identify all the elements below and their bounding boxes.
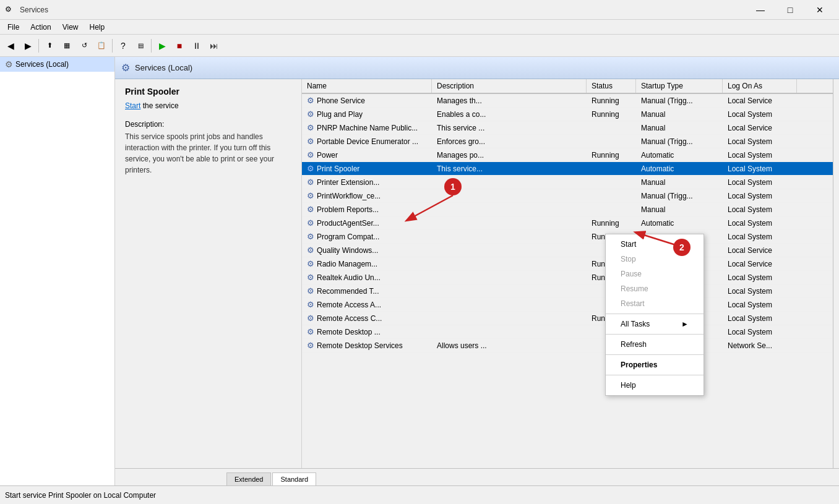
cell-logon: Local System — [723, 284, 797, 297]
close-button[interactable]: ✕ — [806, 0, 834, 20]
cell-name: ⚙Remote Access C... — [302, 312, 432, 325]
tab-standard[interactable]: Standard — [272, 472, 316, 485]
service-icon: ⚙ — [307, 137, 314, 146]
service-icon: ⚙ — [307, 150, 314, 160]
cell-logon: Network Se... — [723, 339, 797, 352]
maximize-button[interactable]: □ — [776, 0, 804, 20]
menu-action[interactable]: Action — [25, 22, 56, 33]
table-row[interactable]: ⚙Remote Desktop ...ManualLocal System — [302, 325, 839, 339]
table-row[interactable]: ⚙Quality Windows...ManualLocal Service — [302, 244, 839, 257]
table-row[interactable]: ⚙PrintWorkflow_ce...Manual (Trigg...Loca… — [302, 189, 839, 203]
cell-startup: Automatic — [636, 216, 723, 229]
table-row[interactable]: ⚙Program Compat...RunningAutomatic (De..… — [302, 230, 839, 244]
cell-logon: Local System — [723, 176, 797, 189]
tab-extended[interactable]: Extended — [226, 472, 271, 485]
menu-help[interactable]: Help — [85, 22, 110, 33]
cell-status — [587, 121, 636, 134]
col-status[interactable]: Status — [587, 79, 636, 93]
context-menu-separator — [606, 334, 703, 335]
cell-name: ⚙Program Compat... — [302, 230, 432, 243]
table-row[interactable]: ⚙ProductAgentSer...RunningAutomaticLocal… — [302, 216, 839, 230]
cell-status: Running — [587, 148, 636, 161]
table-row[interactable]: ⚙Remote Desktop ServicesAllows users ...… — [302, 339, 839, 352]
cell-name: ⚙Portable Device Enumerator ... — [302, 135, 432, 148]
service-info-panel: Print Spooler Start the service Descript… — [115, 79, 302, 468]
content-header-title: Services (Local) — [135, 63, 192, 72]
context-menu-item-properties[interactable]: Properties — [606, 357, 703, 372]
table-row[interactable]: ⚙PowerManages po...RunningAutomaticLocal… — [302, 148, 839, 162]
context-menu-item-resume: Resume — [606, 281, 703, 296]
cell-startup: Manual — [636, 203, 723, 216]
scrollbar[interactable] — [833, 79, 839, 468]
table-row[interactable]: ⚙Remote Access A...ManualLocal System — [302, 298, 839, 312]
toolbar-sep-3 — [151, 39, 152, 53]
restart-service-button[interactable]: ⏭ — [206, 38, 222, 54]
start-service-link[interactable]: Start — [125, 101, 140, 110]
cell-logon: Local System — [723, 135, 797, 148]
menu-file[interactable]: File — [2, 22, 24, 33]
context-menu-item-refresh[interactable]: Refresh — [606, 337, 703, 352]
cell-name: ⚙PrintWorkflow_ce... — [302, 189, 432, 202]
context-menu-separator — [606, 354, 703, 355]
service-icon: ⚙ — [307, 259, 314, 268]
table-row[interactable]: ⚙Realtek Audio Un...RunningAutomaticLoca… — [302, 271, 839, 284]
table-row[interactable]: ⚙Radio Managem...RunningManualLocal Serv… — [302, 257, 839, 271]
cell-desc — [432, 203, 587, 216]
content-main: Print Spooler Start the service Descript… — [115, 79, 839, 468]
col-desc[interactable]: Description — [432, 79, 587, 93]
cell-name: ⚙Remote Access A... — [302, 298, 432, 311]
properties-button[interactable]: ▤ — [132, 38, 148, 54]
table-header: Name Description Status Startup Type Log… — [302, 79, 839, 94]
service-info-name: Print Spooler — [125, 87, 291, 96]
cell-logon: Local System — [723, 216, 797, 229]
content-header-icon: ⚙ — [121, 62, 130, 74]
minimize-button[interactable]: — — [746, 0, 775, 20]
sidebar-item-services-local[interactable]: ⚙ Services (Local) — [0, 57, 114, 72]
help-button[interactable]: ? — [115, 38, 131, 54]
cell-name: ⚙Power — [302, 148, 432, 161]
cell-desc: This service... — [432, 162, 587, 175]
start-service-button[interactable]: ▶ — [154, 38, 170, 54]
menu-view[interactable]: View — [58, 22, 84, 33]
cell-status: Running — [587, 108, 636, 121]
col-logon[interactable]: Log On As — [723, 79, 797, 93]
sidebar-item-label: Services (Local) — [15, 60, 69, 69]
table-row[interactable]: ⚙Print SpoolerThis service...AutomaticLo… — [302, 162, 839, 176]
pause-service-button[interactable]: ⏸ — [189, 38, 205, 54]
cell-desc — [432, 189, 587, 202]
service-icon: ⚙ — [307, 96, 314, 105]
table-row[interactable]: ⚙Portable Device Enumerator ...Enforces … — [302, 135, 839, 148]
context-menu-item-all-tasks[interactable]: All Tasks► — [606, 317, 703, 331]
context-menu-item-help[interactable]: Help — [606, 378, 703, 393]
forward-button[interactable]: ▶ — [20, 38, 36, 54]
table-row[interactable]: ⚙Remote Access C...RunningAutomaticLocal… — [302, 312, 839, 325]
table-row[interactable]: ⚙Printer Extension...ManualLocal System — [302, 176, 839, 189]
col-startup[interactable]: Startup Type — [636, 79, 723, 93]
menu-bar: File Action View Help — [0, 20, 839, 35]
cell-desc: Allows users ... — [432, 339, 587, 352]
table-row[interactable]: ⚙Recommended T...ManualLocal System — [302, 284, 839, 298]
cell-desc — [432, 271, 587, 284]
grid-view-button[interactable]: ▦ — [59, 38, 75, 54]
up-button[interactable]: ⬆ — [41, 38, 58, 54]
cell-desc — [432, 244, 587, 257]
cell-name: ⚙Radio Managem... — [302, 257, 432, 270]
service-icon: ⚙ — [307, 246, 314, 255]
back-button[interactable]: ◀ — [2, 38, 19, 54]
cell-desc — [432, 216, 587, 229]
export-button[interactable]: 📋 — [93, 38, 110, 54]
table-row[interactable]: ⚙Phone ServiceManages th...RunningManual… — [302, 94, 839, 108]
service-icon: ⚙ — [307, 300, 314, 309]
service-info-desc: This service spools print jobs and handl… — [125, 131, 291, 176]
refresh-button[interactable]: ↺ — [76, 38, 92, 54]
stop-service-button[interactable]: ■ — [171, 38, 187, 54]
table-row[interactable]: ⚙PNRP Machine Name Public...This service… — [302, 121, 839, 135]
cell-status — [587, 135, 636, 148]
cell-startup: Manual (Trigg... — [636, 135, 723, 148]
cell-desc — [432, 230, 587, 243]
table-row[interactable]: ⚙Problem Reports...ManualLocal System — [302, 203, 839, 216]
cell-name: ⚙Plug and Play — [302, 108, 432, 121]
context-menu-item-start[interactable]: Start — [606, 237, 703, 252]
col-name[interactable]: Name — [302, 79, 432, 93]
table-row[interactable]: ⚙Plug and PlayEnables a co...RunningManu… — [302, 108, 839, 121]
